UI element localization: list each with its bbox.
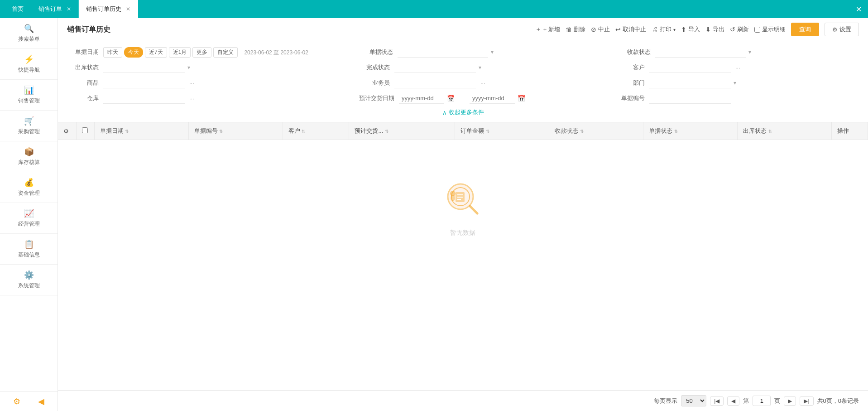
date-btn-today[interactable]: 今天	[124, 47, 143, 58]
warehouse-more-icon[interactable]: ···	[187, 95, 196, 102]
customer-input-wrap: ···	[649, 62, 859, 73]
th-customer[interactable]: 客户 ⇅	[283, 122, 349, 140]
th-order-status[interactable]: 单据状态 ⇅	[643, 122, 737, 140]
delivery-date-to[interactable]	[470, 93, 515, 104]
display-detail-checkbox[interactable]: 显示明细	[754, 25, 786, 34]
per-page-select[interactable]: 50 100 200	[681, 395, 706, 406]
th-amount[interactable]: 订单金额 ⇅	[455, 122, 549, 140]
order-number-label: 单据编号	[613, 94, 649, 102]
outbound-chevron-icon: ▾	[187, 64, 190, 71]
prev-page-button[interactable]: ◀	[727, 396, 739, 406]
page-input[interactable]	[753, 396, 771, 406]
date-btn-1month[interactable]: 近1月	[169, 47, 191, 58]
date-btn-custom[interactable]: 自定义	[213, 47, 238, 58]
sidebar-item-search-menu[interactable]: 🔍 搜索菜单	[0, 18, 58, 49]
stop-button[interactable]: ⊘ 中止	[591, 25, 610, 34]
order-number-input[interactable]	[649, 93, 731, 104]
sidebar-settings-icon[interactable]: ⚙	[13, 396, 20, 406]
th-settings[interactable]: ⚙	[58, 122, 76, 140]
export-button[interactable]: ⬇ 导出	[705, 25, 724, 34]
complete-label: 完成状态	[358, 63, 394, 72]
delivery-date-to-calendar-icon[interactable]: 📅	[518, 95, 525, 102]
tab-sales-order-history-close[interactable]: ✕	[126, 6, 130, 12]
receipt-status-chevron-icon: ▾	[748, 49, 751, 55]
amount-sort-icon: ⇅	[486, 129, 489, 134]
status-input[interactable]	[398, 47, 488, 58]
receipt-status-input[interactable]	[655, 47, 746, 58]
complete-select[interactable]: ▾	[394, 62, 604, 73]
window-close-button[interactable]: ✕	[854, 3, 863, 15]
svg-point-8	[451, 195, 455, 201]
th-number[interactable]: 单据编号 ⇅	[188, 122, 283, 140]
tab-sales-order[interactable]: 销售订单 ✕	[31, 0, 79, 18]
sidebar-item-inventory[interactable]: 📦 库存核算	[0, 141, 58, 172]
per-page-label: 每页显示	[654, 397, 677, 405]
number-sort-icon: ⇅	[219, 129, 223, 134]
delivery-date-from-calendar-icon[interactable]: 📅	[447, 95, 455, 102]
table-settings-icon[interactable]: ⚙	[63, 128, 69, 135]
status-select[interactable]: ▾	[398, 47, 601, 58]
customer-more-icon[interactable]: ···	[734, 64, 742, 71]
sidebar-item-basic-info[interactable]: 📋 基础信息	[0, 234, 58, 265]
tab-sales-order-close[interactable]: ✕	[67, 6, 71, 12]
receipt-status-label: 收款状态	[619, 48, 655, 56]
import-button[interactable]: ⬆ 导入	[681, 25, 700, 34]
date-btn-7days[interactable]: 近7天	[145, 47, 167, 58]
salesperson-more-icon[interactable]: ···	[479, 80, 487, 87]
salesperson-input[interactable]	[394, 77, 476, 88]
display-detail-check[interactable]	[754, 27, 760, 33]
sidebar-collapse-icon[interactable]: ◀	[38, 396, 44, 406]
tab-sales-order-history[interactable]: 销售订单历史 ✕	[79, 0, 138, 18]
product-more-icon[interactable]: ···	[187, 80, 196, 87]
system-icon: ⚙️	[24, 270, 34, 280]
outbound-input[interactable]	[103, 62, 185, 73]
th-checkbox[interactable]	[76, 122, 94, 140]
refresh-button[interactable]: ↺ 刷新	[730, 25, 749, 34]
cancel-stop-icon: ↩	[615, 26, 621, 33]
select-all-checkbox[interactable]	[82, 127, 88, 133]
complete-chevron-icon: ▾	[479, 64, 481, 71]
warehouse-input[interactable]	[103, 93, 185, 104]
sidebar-item-operations[interactable]: 📈 经营管理	[0, 203, 58, 234]
cancel-stop-button[interactable]: ↩ 取消中止	[615, 25, 646, 34]
total-text: 共0页，0条记录	[817, 397, 859, 405]
th-outbound-status[interactable]: 出库状态 ⇅	[737, 122, 831, 140]
settings-icon: ⚙	[832, 26, 838, 33]
collapse-link[interactable]: ∧ 收起更多条件	[67, 108, 859, 116]
content-area: 销售订单历史 ＋ + 新增 🗑 删除 ⊘ 中止 ↩ 取消中止	[58, 18, 868, 411]
next-page-button[interactable]: ▶	[784, 396, 796, 406]
sidebar-item-system[interactable]: ⚙️ 系统管理	[0, 265, 58, 295]
query-button[interactable]: 查询	[791, 23, 819, 36]
page-suffix: 页	[774, 397, 780, 405]
sidebar-item-purchase-mgmt[interactable]: 🛒 采购管理	[0, 111, 58, 141]
date-btn-yesterday[interactable]: 昨天	[103, 47, 122, 58]
department-input[interactable]	[649, 77, 731, 88]
complete-input[interactable]	[394, 62, 476, 73]
delete-button[interactable]: 🗑 删除	[566, 25, 585, 34]
sidebar-item-quick-nav[interactable]: ⚡ 快捷导航	[0, 49, 58, 80]
th-delivery[interactable]: 预计交货... ⇅	[349, 122, 455, 140]
delivery-date-from[interactable]	[399, 93, 444, 104]
customer-input[interactable]	[649, 62, 731, 73]
date-filter-value: 昨天 今天 近7天 近1月 更多 自定义 2023-06-02 至 2023-0…	[103, 47, 343, 58]
settings-button[interactable]: ⚙ 设置	[825, 23, 859, 36]
sidebar-item-sales-mgmt[interactable]: 📊 销售管理	[0, 80, 58, 111]
customer-label: 客户	[613, 63, 649, 72]
th-date[interactable]: 单据日期 ⇅	[94, 122, 188, 140]
first-page-button[interactable]: |◀	[710, 396, 724, 406]
tab-home[interactable]: 首页	[5, 0, 31, 18]
date-btn-more[interactable]: 更多	[192, 47, 211, 58]
department-select[interactable]: ▾	[649, 77, 859, 88]
last-page-button[interactable]: ▶|	[800, 396, 813, 406]
product-input[interactable]	[103, 77, 185, 88]
print-icon: 🖨	[652, 26, 658, 33]
order-status-sort-icon: ⇅	[674, 129, 678, 134]
outbound-select[interactable]: ▾	[103, 62, 349, 73]
th-receipt-status[interactable]: 收款状态 ⇅	[549, 122, 643, 140]
print-button[interactable]: 🖨 打印 ▾	[652, 25, 676, 34]
new-button[interactable]: ＋ + 新增	[535, 25, 560, 34]
date-label: 单据日期	[67, 48, 103, 56]
quick-nav-icon: ⚡	[24, 54, 34, 64]
sidebar-item-capital[interactable]: 💰 资金管理	[0, 172, 58, 203]
receipt-status-select[interactable]: ▾	[655, 47, 859, 58]
